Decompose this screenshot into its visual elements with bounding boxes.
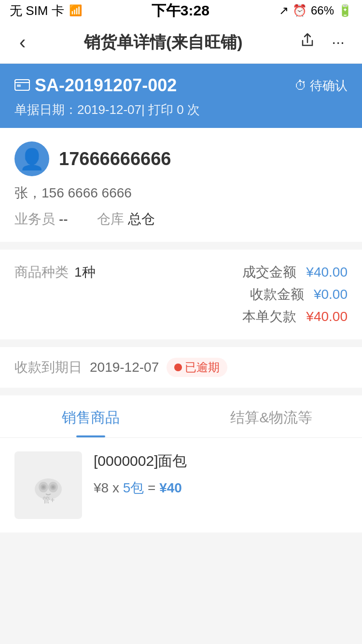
status-bar: 无 SIM 卡 📶 下午3:28 ↗ ⏰ 66% 🔋	[0, 0, 362, 21]
sales-label: 业务员	[14, 210, 55, 228]
order-id-row: SA-20191207-002 ⏱ 待确认	[14, 75, 348, 96]
received-row: 收款金额 ¥0.00	[250, 285, 348, 304]
tab-sales[interactable]: 销售商品	[0, 395, 181, 437]
svg-point-8	[52, 486, 55, 489]
status-right: ↗ ⏰ 66% 🔋	[279, 4, 352, 17]
svg-rect-1	[17, 84, 21, 87]
due-value: ¥40.00	[306, 309, 348, 324]
warehouse-value: 总仓	[128, 210, 155, 228]
status-time: 下午3:28	[152, 1, 209, 21]
amount-label: 成交金额	[242, 263, 296, 281]
alarm-icon: ⏰	[292, 4, 307, 17]
product-qty: 5包	[123, 480, 144, 495]
location-icon: ↗	[279, 4, 289, 17]
page-title: 销货单详情(来自旺铺)	[30, 31, 296, 54]
product-type-label: 商品种类	[14, 263, 69, 281]
share-icon	[299, 32, 316, 49]
product-info: [0000002]面包 ¥8 x 5包 = ¥40	[94, 451, 348, 497]
battery-label: 66%	[311, 4, 334, 17]
overdue-badge: 已逾期	[167, 358, 227, 377]
product-item: 管+ [0000002]面包 ¥8 x 5包 = ¥40	[14, 451, 348, 519]
order-banner: SA-20191207-002 ⏱ 待确认 单据日期：2019-12-07| 打…	[0, 64, 362, 128]
nav-actions: ···	[296, 29, 348, 56]
overdue-text: 已逾期	[185, 360, 220, 375]
due-date-label: 收款到期日	[14, 358, 82, 377]
product-price: ¥8 x 5包 = ¥40	[94, 479, 348, 497]
main-content: SA-20191207-002 ⏱ 待确认 单据日期：2019-12-07| 打…	[0, 64, 362, 644]
product-logo: 管+	[29, 466, 68, 504]
summary-right: 成交金额 ¥40.00 收款金额 ¥0.00 本单欠款 ¥40.00	[242, 263, 348, 326]
tab-settlement[interactable]: 结算&物流等	[181, 395, 362, 437]
customer-meta: 业务员 -- 仓库 总仓	[14, 210, 348, 228]
status-clock-icon: ⏱	[294, 78, 307, 93]
svg-point-7	[42, 486, 45, 489]
sales-value: --	[59, 211, 68, 227]
due-date-card: 收款到期日 2019-12-07 已逾期	[0, 347, 362, 388]
product-name: [0000002]面包	[94, 451, 348, 471]
nav-bar: ‹ 销货单详情(来自旺铺) ···	[0, 21, 362, 64]
customer-name: 张，156 6666 6666	[14, 184, 348, 202]
order-id-text: SA-20191207-002	[35, 75, 177, 96]
price-label: ¥8 x	[94, 480, 123, 495]
svg-text:管+: 管+	[42, 496, 55, 504]
due-date-value: 2019-12-07	[90, 360, 159, 375]
order-status: ⏱ 待确认	[294, 77, 348, 94]
order-id: SA-20191207-002	[14, 75, 177, 96]
warehouse-meta: 仓库 总仓	[97, 210, 155, 228]
product-logo-icon: 管+	[29, 466, 68, 504]
sim-label: 无 SIM 卡	[10, 2, 64, 19]
sales-meta: 业务员 --	[14, 210, 68, 228]
product-section: 管+ [0000002]面包 ¥8 x 5包 = ¥40	[0, 438, 362, 532]
amount-row: 成交金额 ¥40.00	[242, 263, 348, 281]
more-button[interactable]: ···	[329, 30, 348, 54]
product-total: ¥40	[159, 480, 182, 495]
customer-card: 👤 17666666666 张，156 6666 6666 业务员 -- 仓库 …	[0, 128, 362, 242]
customer-top: 👤 17666666666	[14, 141, 348, 176]
due-label: 本单欠款	[242, 308, 296, 326]
status-left: 无 SIM 卡 📶	[10, 2, 82, 19]
order-id-icon	[14, 75, 30, 96]
avatar: 👤	[14, 141, 49, 176]
share-button[interactable]	[296, 29, 319, 56]
tabs-container: 销售商品 结算&物流等	[0, 395, 362, 438]
equals-sign: =	[144, 480, 159, 495]
due-row: 本单欠款 ¥40.00	[242, 308, 348, 326]
product-type-value: 1种	[74, 263, 96, 281]
tabs-row: 销售商品 结算&物流等	[0, 395, 362, 438]
summary-left: 商品种类 1种	[14, 263, 96, 281]
battery-icon: 🔋	[338, 4, 352, 17]
content-spacer	[0, 532, 362, 644]
received-label: 收款金额	[250, 285, 304, 304]
received-value: ¥0.00	[314, 287, 348, 302]
summary-card: 商品种类 1种 成交金额 ¥40.00 收款金额 ¥0.00 本单欠款 ¥40.…	[0, 250, 362, 339]
warehouse-label: 仓库	[97, 210, 124, 228]
amount-value: ¥40.00	[306, 265, 348, 280]
wifi-icon: 📶	[69, 4, 82, 17]
back-button[interactable]: ‹	[14, 27, 30, 58]
overdue-dot-icon	[174, 364, 182, 371]
product-thumbnail: 管+	[14, 451, 82, 519]
status-text: 待确认	[310, 77, 348, 94]
avatar-icon: 👤	[19, 147, 44, 171]
order-date: 单据日期：2019-12-07| 打印 0 次	[14, 101, 348, 118]
customer-phone: 17666666666	[59, 149, 171, 169]
